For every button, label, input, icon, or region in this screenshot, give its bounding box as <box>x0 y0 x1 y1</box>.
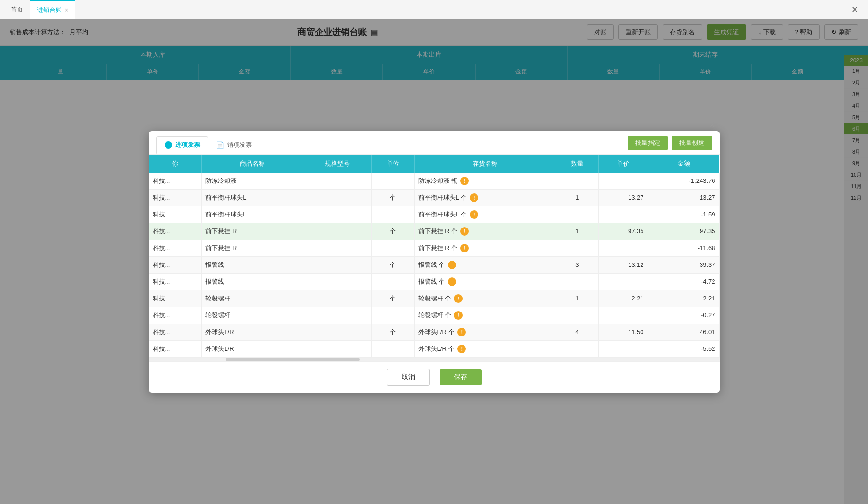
dialog-close-button[interactable]: × <box>706 119 718 131</box>
dialog-footer: 取消 保存 <box>149 361 720 393</box>
tab-active[interactable]: 进销台账 × <box>30 0 75 19</box>
warning-icon: ! <box>457 345 466 353</box>
cancel-button[interactable]: 取消 <box>387 369 430 386</box>
th-col3: 规格型号 <box>303 155 371 173</box>
table-cell: 个 <box>371 189 414 206</box>
table-cell <box>556 273 599 290</box>
table-cell: 防冻冷却液 瓶! <box>415 173 556 189</box>
table-cell: 报警线 个! <box>415 257 556 273</box>
table-cell <box>599 240 648 256</box>
table-cell <box>303 307 371 324</box>
dialog-scrollbar-thumb[interactable] <box>226 358 360 361</box>
dialog-overlay: × ↑ 进项发票 📄 销项发票 批量指定 批量创建 <box>0 19 868 504</box>
table-cell: 轮毂螺杆 个! <box>415 307 556 324</box>
table-cell <box>371 173 414 190</box>
table-cell <box>556 307 599 324</box>
table-cell: 11.50 <box>599 324 648 340</box>
table-row[interactable]: 科技...报警线报警线 个!-4.72 <box>149 273 720 290</box>
table-cell <box>599 273 648 290</box>
table-cell <box>371 340 414 357</box>
table-cell: 轮毂螺杆 个! <box>415 290 556 307</box>
table-cell: 科技... <box>149 206 202 223</box>
th-col7: 单价 <box>599 155 648 173</box>
dialog-table-wrapper[interactable]: 你 商品名称 规格型号 单位 存货名称 数量 单价 金额 科技...防冻冷却液防… <box>149 155 720 358</box>
table-row[interactable]: 科技...前下悬挂 R前下悬挂 R 个!-11.68 <box>149 240 720 256</box>
dialog-tabs: ↑ 进项发票 📄 销项发票 批量指定 批量创建 <box>149 131 720 155</box>
table-cell: 前平衡杆球头L <box>202 206 303 223</box>
table-cell <box>599 340 648 357</box>
table-cell: 报警线 个! <box>415 274 556 290</box>
table-cell: 前下悬挂 R 个! <box>415 223 556 240</box>
tab-close-icon[interactable]: × <box>65 0 68 20</box>
table-cell: -11.68 <box>648 240 719 256</box>
table-cell: 外球头L/R 个! <box>415 324 556 340</box>
window-close-button[interactable]: ✕ <box>845 0 864 19</box>
batch-assign-button[interactable]: 批量指定 <box>628 136 668 150</box>
table-cell <box>303 290 371 307</box>
warning-icon: ! <box>470 193 478 202</box>
table-cell: 2.21 <box>599 290 648 307</box>
table-cell: 科技... <box>149 340 202 357</box>
table-cell: 前下悬挂 R <box>202 240 303 256</box>
tab-home[interactable]: 首页 <box>4 0 30 19</box>
table-cell <box>303 189 371 206</box>
table-cell: -4.72 <box>648 273 719 290</box>
warning-icon: ! <box>460 227 469 236</box>
table-row[interactable]: 科技...外球头L/R外球头L/R 个!-5.52 <box>149 340 720 357</box>
warning-icon: ! <box>448 261 456 269</box>
table-cell <box>303 324 371 340</box>
table-row[interactable]: 科技...外球头L/R个外球头L/R 个!411.5046.01 <box>149 324 720 340</box>
table-row[interactable]: 科技...前下悬挂 R个前下悬挂 R 个!197.3597.35 <box>149 223 720 240</box>
table-cell: 个 <box>371 256 414 273</box>
table-cell: -1.59 <box>648 206 719 223</box>
table-cell: 97.35 <box>648 223 719 240</box>
table-cell: 科技... <box>149 256 202 273</box>
table-cell: 3 <box>556 256 599 273</box>
table-cell: 外球头L/R 个! <box>415 341 556 357</box>
table-cell <box>303 240 371 256</box>
table-cell: 科技... <box>149 173 202 190</box>
table-row[interactable]: 科技...报警线个报警线 个!313.1239.37 <box>149 256 720 273</box>
th-col2: 商品名称 <box>202 155 303 173</box>
tab-invoice-out-label: 销项发票 <box>227 141 252 149</box>
table-cell: 报警线 <box>202 256 303 273</box>
table-cell: 轮毂螺杆 <box>202 290 303 307</box>
warning-icon: ! <box>460 177 469 185</box>
table-cell <box>371 240 414 256</box>
warning-icon: ! <box>454 294 463 303</box>
table-cell: -5.52 <box>648 340 719 357</box>
table-cell: 科技... <box>149 223 202 240</box>
table-cell: 科技... <box>149 307 202 324</box>
tab-invoice-in[interactable]: ↑ 进项发票 <box>156 136 208 154</box>
save-button[interactable]: 保存 <box>440 369 482 385</box>
dialog-table: 你 商品名称 规格型号 单位 存货名称 数量 单价 金额 科技...防冻冷却液防… <box>149 155 720 358</box>
th-col4: 单位 <box>371 155 414 173</box>
th-col6: 数量 <box>556 155 599 173</box>
table-cell <box>303 223 371 240</box>
table-row[interactable]: 科技...轮毂螺杆轮毂螺杆 个!-0.27 <box>149 307 720 324</box>
table-cell <box>303 340 371 357</box>
table-cell: 前平衡杆球头L <box>202 189 303 206</box>
warning-icon: ! <box>454 311 463 320</box>
table-cell: 轮毂螺杆 <box>202 307 303 324</box>
table-row[interactable]: 科技...防冻冷却液防冻冷却液 瓶!-1,243.76 <box>149 173 720 190</box>
table-cell: 13.12 <box>599 256 648 273</box>
table-cell: 防冻冷却液 <box>202 173 303 190</box>
table-cell <box>371 206 414 223</box>
dialog-scrollbar[interactable] <box>149 358 720 361</box>
batch-create-button[interactable]: 批量创建 <box>672 136 712 150</box>
table-header-row: 你 商品名称 规格型号 单位 存货名称 数量 单价 金额 <box>149 155 720 173</box>
table-cell: 科技... <box>149 324 202 340</box>
table-row[interactable]: 科技...前平衡杆球头L个前平衡杆球头L 个!113.2713.27 <box>149 189 720 206</box>
table-cell: 前平衡杆球头L 个! <box>415 206 556 223</box>
table-row[interactable]: 科技...轮毂螺杆个轮毂螺杆 个!12.212.21 <box>149 290 720 307</box>
warning-icon: ! <box>470 210 478 219</box>
th-col5: 存货名称 <box>414 155 556 173</box>
table-cell <box>599 307 648 324</box>
table-row[interactable]: 科技...前平衡杆球头L前平衡杆球头L 个!-1.59 <box>149 206 720 223</box>
table-cell <box>303 256 371 273</box>
tab-invoice-out[interactable]: 📄 销项发票 <box>208 136 260 154</box>
table-cell: 13.27 <box>599 189 648 206</box>
table-cell: 46.01 <box>648 324 719 340</box>
warning-icon: ! <box>448 277 456 286</box>
